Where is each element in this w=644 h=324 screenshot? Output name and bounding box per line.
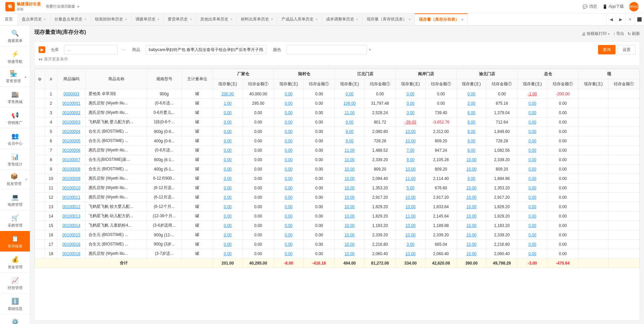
- table-cell[interactable]: 0.00: [396, 99, 425, 108]
- table-cell[interactable]: 0.00: [213, 202, 243, 212]
- table-cell[interactable]: 8.00: [457, 146, 486, 155]
- table-cell[interactable]: 10.00: [457, 165, 486, 174]
- table-cell[interactable]: 11.00: [335, 146, 364, 155]
- table-cell[interactable]: 10.00: [396, 249, 425, 259]
- table-cell[interactable]: 10.00: [396, 165, 425, 174]
- table-cell[interactable]: 0.00: [518, 118, 547, 127]
- query-btn[interactable]: 查询: [598, 45, 615, 54]
- table-cell[interactable]: 10.00: [396, 193, 425, 202]
- table-cell[interactable]: 0.00: [213, 127, 243, 136]
- table-cell[interactable]: 10.00: [396, 221, 425, 230]
- table-cell[interactable]: 10.00: [457, 249, 486, 259]
- tab-close-chengpin[interactable]: ×: [316, 17, 318, 21]
- table-cell[interactable]: 0.00: [335, 89, 364, 99]
- refresh-btn[interactable]: ↻ 刷新: [628, 31, 640, 37]
- table-cell[interactable]: 0.00: [274, 108, 303, 118]
- table-cell[interactable]: 00100009: [57, 174, 86, 183]
- table-cell[interactable]: 0000003: [57, 89, 86, 99]
- table-cell[interactable]: 9.00: [335, 118, 364, 127]
- table-cell[interactable]: 10.00: [396, 230, 425, 240]
- tab-home[interactable]: 首页: [0, 13, 18, 26]
- table-cell[interactable]: 00100013: [57, 212, 86, 221]
- table-cell[interactable]: 1.00: [213, 99, 243, 108]
- table-cell[interactable]: 10.00: [457, 240, 486, 249]
- filter-expand-row[interactable]: ▾▾ 展开更多条件: [39, 56, 636, 62]
- table-cell[interactable]: 11.00: [396, 174, 425, 183]
- table-cell[interactable]: 00100018: [57, 249, 86, 259]
- table-cell[interactable]: 0.00: [213, 108, 243, 118]
- warehouse-input[interactable]: [64, 45, 118, 54]
- table-cell[interactable]: 9.00: [335, 136, 364, 146]
- table-cell[interactable]: 0.00: [274, 99, 303, 108]
- table-cell[interactable]: 10.00: [457, 212, 486, 221]
- table-cell[interactable]: 9.00: [335, 127, 364, 136]
- sidebar-item-search[interactable]: 🔍 搜索英单: [0, 26, 30, 46]
- table-cell[interactable]: 109.00: [335, 99, 364, 108]
- tab-xiancun-kuang[interactable]: 现存量（库存状况表） ×: [363, 13, 415, 26]
- user-area[interactable]: demo2: [629, 2, 639, 11]
- table-cell[interactable]: 0.00: [518, 212, 547, 221]
- table-cell[interactable]: 10.00: [396, 136, 425, 146]
- sidebar-item-member[interactable]: 👥 会员中心: [0, 128, 30, 149]
- sidebar-item-finance[interactable]: 💰 资金管理: [0, 252, 30, 273]
- tab-chengben[interactable]: 成本调整单历史 ×: [322, 13, 363, 26]
- table-cell[interactable]: 00100014: [57, 221, 86, 230]
- table-cell[interactable]: 00100004: [57, 127, 86, 136]
- table-cell[interactable]: 00100015: [57, 230, 86, 240]
- table-cell[interactable]: 0.00: [213, 230, 243, 240]
- table-cell[interactable]: 0.00: [274, 118, 303, 127]
- tab-close-fenpandian[interactable]: ×: [85, 17, 87, 21]
- table-cell[interactable]: 00100002: [57, 108, 86, 118]
- table-cell[interactable]: 00100010: [57, 183, 86, 193]
- tab-cailiao[interactable]: 材料出库单历史 ×: [237, 13, 277, 26]
- tab-close-pandian[interactable]: ×: [44, 17, 46, 21]
- tab-close-yaohuo[interactable]: ×: [190, 17, 192, 21]
- table-cell[interactable]: 00100005: [57, 136, 86, 146]
- tabs-prev-btn[interactable]: ◀: [606, 13, 616, 26]
- tabs-close-btn[interactable]: ×: [625, 13, 635, 26]
- tab-close-cailiao[interactable]: ×: [271, 17, 273, 21]
- sidebar-item-marketing[interactable]: 📢 营销推广: [0, 107, 30, 128]
- table-cell[interactable]: 0.00: [213, 165, 243, 174]
- table-cell[interactable]: 10.00: [457, 193, 486, 202]
- table-cell[interactable]: 0.00: [518, 165, 547, 174]
- app-download-btn[interactable]: 📱 App下载: [602, 4, 624, 9]
- tab-close-qita[interactable]: ×: [230, 17, 232, 21]
- table-cell[interactable]: 10.00: [457, 230, 486, 240]
- tab-xiancun-fen[interactable]: 现存量（库存分布表） ×: [415, 13, 468, 26]
- table-cell[interactable]: 0.00: [213, 249, 243, 259]
- table-cell[interactable]: 9.00: [457, 136, 486, 146]
- table-cell[interactable]: 00100012: [57, 202, 86, 212]
- tabs-menu-btn[interactable]: ⬛: [635, 13, 644, 26]
- table-cell[interactable]: 00100006: [57, 146, 86, 155]
- table-cell[interactable]: 10.00: [335, 202, 364, 212]
- ellipsis-btn[interactable]: ···: [121, 47, 125, 53]
- table-cell[interactable]: 0.00: [518, 127, 547, 136]
- table-cell[interactable]: 0.00: [518, 202, 547, 212]
- table-cell[interactable]: 0.00: [274, 212, 303, 221]
- table-cell[interactable]: 0.00: [518, 230, 547, 240]
- table-cell[interactable]: 8.00: [457, 118, 486, 127]
- table-cell[interactable]: 0.00: [518, 155, 547, 165]
- table-cell[interactable]: 0.00: [518, 174, 547, 183]
- table-cell[interactable]: 0.00: [274, 155, 303, 165]
- table-cell[interactable]: 10.00: [335, 155, 364, 165]
- table-cell[interactable]: 0.00: [396, 89, 425, 99]
- table-cell[interactable]: -39.00: [396, 118, 425, 127]
- table-cell[interactable]: 9.00: [396, 155, 425, 165]
- table-cell[interactable]: 10.00: [457, 202, 486, 212]
- table-cell[interactable]: 10.00: [457, 221, 486, 230]
- table-cell[interactable]: 6.00: [457, 108, 486, 118]
- table-cell[interactable]: 10.00: [396, 202, 425, 212]
- table-cell[interactable]: 10.00: [335, 174, 364, 183]
- table-cell[interactable]: 00100011: [57, 193, 86, 202]
- table-cell[interactable]: 0.00: [518, 183, 547, 193]
- table-cell[interactable]: 0.00: [274, 202, 303, 212]
- sidebar-item-retail-mall[interactable]: 🏬 零售商城: [0, 87, 30, 107]
- table-cell[interactable]: 10.00: [335, 212, 364, 221]
- tab-zhuangpei[interactable]: 组装拆卸单历史 ×: [91, 13, 131, 26]
- sidebar-item-base-info[interactable]: ℹ️ 基础信息: [0, 293, 30, 314]
- tab-yaohuo[interactable]: 要货单历史 ×: [164, 13, 196, 26]
- product-input[interactable]: [146, 45, 266, 54]
- table-cell[interactable]: 00100016: [57, 240, 86, 249]
